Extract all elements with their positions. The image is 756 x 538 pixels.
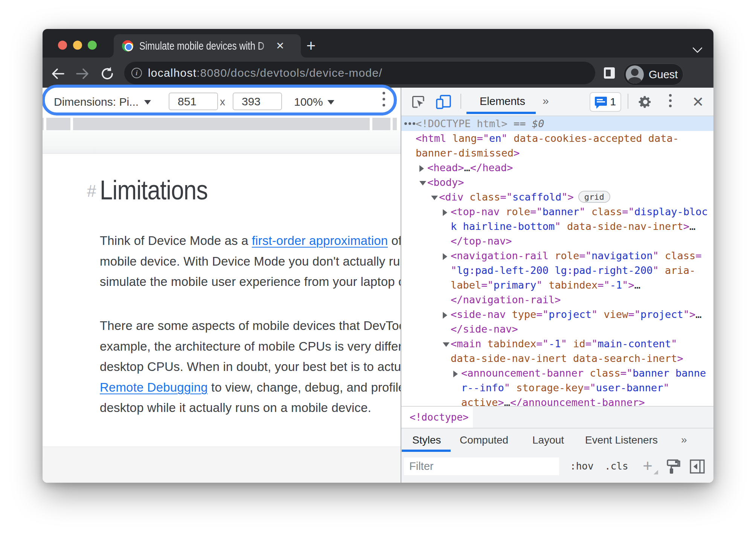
- dimensions-dropdown[interactable]: Dimensions: Pi...: [54, 88, 139, 116]
- dom-row[interactable]: label="primary" tabindex="-1">…: [401, 278, 713, 292]
- expand-arrow-icon[interactable]: [431, 196, 438, 200]
- dom-row[interactable]: <div class="scaffold">grid: [401, 190, 713, 204]
- tab-list-chevron-icon[interactable]: [694, 44, 702, 53]
- inspect-icon[interactable]: [412, 96, 425, 108]
- dom-row[interactable]: active>…</announcement-banner>: [401, 395, 713, 406]
- collapse-arrow-icon[interactable]: [443, 312, 447, 319]
- sidebar-more-chevron[interactable]: »: [681, 429, 687, 452]
- zoom-dropdown[interactable]: 100%: [294, 88, 323, 116]
- collapse-panel-icon[interactable]: [690, 459, 705, 474]
- dom-row[interactable]: </top-nav>: [401, 234, 713, 248]
- zoom-caret-icon: [328, 100, 334, 105]
- media-strip-tick: [44, 118, 46, 130]
- paragraph-2-line: example, the architecture of mobile CPUs…: [100, 336, 401, 357]
- devtools-close-icon[interactable]: ✕: [691, 93, 705, 111]
- dom-tree: <!DOCTYPE html> == $0<html lang="en" dat…: [401, 116, 713, 406]
- dom-row[interactable]: banner-dismissed>: [401, 146, 713, 160]
- pseudo-state-toggle[interactable]: :hov: [570, 457, 594, 475]
- paragraph-1: Think of Device Mode as a first-order ap…: [100, 231, 401, 292]
- size-separator: x: [220, 88, 225, 116]
- dom-row[interactable]: <html lang="en" data-cookies-accepted da…: [401, 131, 713, 146]
- tab-strip: Simulate mobile devices with D ✕ +: [43, 29, 713, 58]
- sidebar-tab-computed[interactable]: Computed: [460, 429, 508, 452]
- paragraph-2-line: desktop CPUs. When in doubt, your best b…: [100, 357, 401, 377]
- expand-arrow-icon[interactable]: [443, 342, 450, 347]
- dom-row[interactable]: <head>…</head>: [401, 160, 713, 175]
- new-tab-button[interactable]: +: [304, 40, 318, 53]
- site-info-icon[interactable]: i: [131, 68, 142, 78]
- page-link[interactable]: Remote Debugging: [100, 380, 208, 394]
- paragraph-1-line: Think of Device Mode as a first-order ap…: [100, 231, 401, 251]
- dom-row[interactable]: </side-nav>: [401, 322, 713, 336]
- close-window-button[interactable]: [58, 41, 67, 50]
- collapse-arrow-icon[interactable]: [419, 165, 424, 172]
- height-input[interactable]: 393: [233, 93, 282, 110]
- collapse-arrow-icon[interactable]: [443, 209, 447, 216]
- dom-row[interactable]: r--info" storage-key="user-banner": [401, 380, 713, 395]
- page-heading: Limitations: [100, 175, 208, 205]
- device-toolbar-menu-icon[interactable]: [383, 92, 385, 108]
- new-style-rule-button[interactable]: +: [639, 457, 656, 475]
- collapse-arrow-icon[interactable]: [443, 253, 447, 260]
- browser-tab[interactable]: Simulate mobile devices with D ✕: [114, 34, 301, 58]
- device-toolbar-toggle-icon[interactable]: [436, 95, 451, 109]
- chrome-favicon-icon: [122, 40, 133, 52]
- dom-row-selected[interactable]: <!DOCTYPE html> == $0: [401, 116, 713, 131]
- minimize-window-button[interactable]: [73, 41, 82, 50]
- dom-row[interactable]: <announcement-banner class="banner banne: [401, 366, 713, 380]
- media-strip-tick: [390, 118, 393, 130]
- dom-row[interactable]: data-side-nav-inert data-search-inert>: [401, 351, 713, 366]
- browser-window: Simulate mobile devices with D ✕ + i loc…: [43, 29, 713, 483]
- more-panels-chevron[interactable]: »: [543, 88, 549, 115]
- devtools-toolbar: Elements » 1 ✕: [401, 88, 713, 116]
- tab-elements[interactable]: Elements: [480, 88, 525, 115]
- profile-label: Guest: [649, 64, 678, 85]
- url-path: :8080/docs/devtools/device-mode/: [197, 67, 383, 79]
- dom-row[interactable]: k hairline-bottom" data-side-nav-inert>…: [401, 219, 713, 234]
- guest-avatar-icon: [626, 65, 644, 84]
- dom-row[interactable]: "lg:pad-left-200 lg:pad-right-200" aria-: [401, 263, 713, 278]
- toolbar-separator-2: [628, 94, 628, 109]
- settings-gear-icon[interactable]: [638, 95, 652, 109]
- devtools-panel: Elements » 1 ✕ <!DOCTYPE html> == $0<htm…: [401, 88, 713, 483]
- dom-row[interactable]: </navigation-rail>: [401, 292, 713, 307]
- forward-button[interactable]: [75, 67, 90, 81]
- dom-row[interactable]: <main tabindex="-1" id="main-content": [401, 336, 713, 351]
- paragraph-1-line: simulate the mobile user experience from…: [100, 272, 401, 292]
- url-bar[interactable]: i localhost:8080/docs/devtools/device-mo…: [124, 62, 595, 84]
- dom-row[interactable]: <top-nav role="banner" class="display-bl…: [401, 204, 713, 219]
- collapse-arrow-icon[interactable]: [453, 371, 458, 377]
- side-panel-icon[interactable]: [604, 67, 615, 79]
- styles-filter-row: :hov .cls +: [401, 452, 713, 483]
- dom-row[interactable]: <navigation-rail role="navigation" class…: [401, 248, 713, 263]
- device-toolbar: Dimensions: Pi... 851 x 393 100%: [43, 88, 401, 118]
- grid-badge[interactable]: grid: [578, 191, 610, 203]
- width-input[interactable]: 851: [169, 93, 218, 110]
- profile-button[interactable]: Guest: [623, 64, 683, 85]
- reload-button[interactable]: [100, 66, 115, 81]
- heading-anchor-hash[interactable]: #: [87, 182, 96, 201]
- sidebar-tab-event-listeners[interactable]: Event Listeners: [585, 429, 658, 452]
- paragraph-1-line: mobile device. With Device Mode you don'…: [100, 251, 401, 272]
- class-toggle[interactable]: .cls: [605, 457, 628, 475]
- page-top-gradient: [43, 130, 401, 154]
- sidebar-tab-styles[interactable]: Styles: [412, 429, 441, 452]
- hidden-content-dots-icon[interactable]: [404, 122, 407, 125]
- back-button[interactable]: [51, 67, 65, 81]
- dom-row[interactable]: <body>: [401, 175, 713, 190]
- filter-input[interactable]: [404, 457, 559, 475]
- breadcrumb-doctype[interactable]: <!doctype>: [401, 407, 473, 428]
- tab-close-icon[interactable]: ✕: [274, 40, 286, 52]
- rendering-paint-icon[interactable]: [667, 459, 680, 474]
- devtools-divider[interactable]: [401, 88, 401, 483]
- issues-button[interactable]: 1: [590, 92, 621, 112]
- issues-count: 1: [610, 93, 616, 111]
- paragraph-2-line: Remote Debugging to view, change, debug,…: [100, 377, 401, 398]
- dom-row[interactable]: <side-nav type="project" view="project">…: [401, 307, 713, 322]
- zoom-window-button[interactable]: [88, 41, 97, 50]
- page-link[interactable]: first-order approximation: [252, 234, 388, 248]
- expand-arrow-icon[interactable]: [419, 181, 426, 185]
- sidebar-tab-layout[interactable]: Layout: [532, 429, 564, 452]
- devtools-menu-icon[interactable]: [669, 94, 672, 111]
- issues-chat-icon: [594, 96, 608, 109]
